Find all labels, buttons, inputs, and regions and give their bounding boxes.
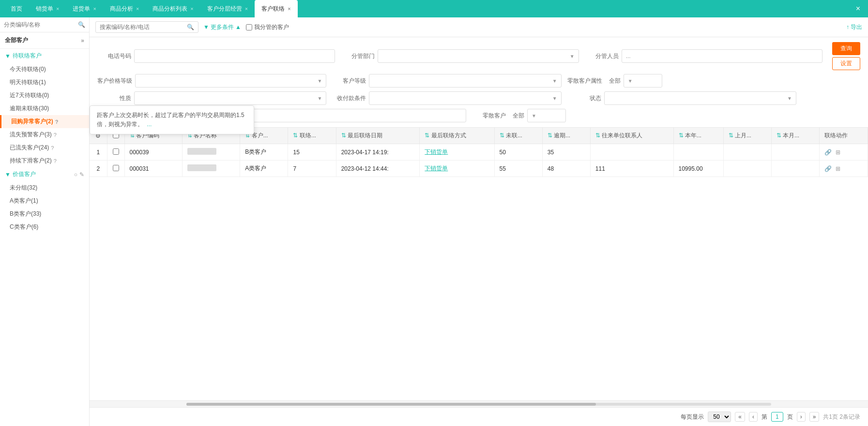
next-page-button[interactable]: ›	[797, 412, 806, 422]
repurchase-abnormal-label: 回购异常客户(2)	[11, 118, 53, 126]
more-conditions-button[interactable]: ▼ 更多条件 ▲	[203, 23, 241, 31]
col-last-contact-date[interactable]: ⇅ 最后联络日期	[336, 128, 420, 144]
sidebar-repurchase-abnormal[interactable]: 回购异常客户(2) ?	[0, 115, 89, 128]
row1-last-method[interactable]: 下销货单	[420, 144, 494, 161]
scroll-thumb[interactable]	[186, 403, 596, 406]
row2-action-grid-icon[interactable]: ⊞	[836, 165, 840, 172]
my-customers-checkbox[interactable]: 我分管的客户	[246, 23, 289, 31]
churned-help-icon: ?	[51, 145, 54, 151]
sort-icon9: ⇅	[595, 132, 600, 139]
nature-input[interactable]: ▼	[134, 91, 326, 105]
col-unlinked[interactable]: ⇅ 未联...	[494, 128, 542, 144]
col-contact-person[interactable]: ⇅ 往来单位联系人	[590, 128, 673, 144]
sidebar-b-customers[interactable]: B类客户(33)	[0, 207, 89, 220]
row2-check[interactable]	[113, 165, 119, 171]
setting-button[interactable]: 设置	[832, 57, 860, 70]
row2-last-method-value[interactable]: 下销货单	[425, 165, 448, 172]
phone-input[interactable]	[134, 49, 335, 63]
col-actions: 联络动作	[819, 128, 868, 144]
nav-product-analysis-close[interactable]: ×	[136, 6, 139, 12]
query-button[interactable]: 查询	[832, 42, 860, 55]
search-icon[interactable]: 🔍	[78, 21, 85, 28]
sidebar-churn-warning[interactable]: 流失预警客户(3) ?	[0, 128, 89, 141]
sidebar-7day-pending[interactable]: 近7天待联络(0)	[0, 89, 89, 102]
nav-sales[interactable]: 销货单 ×	[29, 0, 66, 17]
person-input[interactable]: ...	[622, 49, 822, 63]
prev-page-button[interactable]: ‹	[749, 412, 758, 422]
row2-last-method[interactable]: 下销货单	[420, 161, 494, 177]
customer-table: ⚙ ⇅ 客户编码 ⇅ 客户名称	[90, 128, 868, 177]
nav-product-analysis[interactable]: 商品分析 ×	[103, 0, 146, 17]
sidebar-a-customers[interactable]: A类客户(1)	[0, 194, 89, 207]
col-overdue[interactable]: ⇅ 逾期...	[542, 128, 590, 144]
nav-sales-close[interactable]: ×	[56, 6, 59, 12]
row2-code: 000031	[124, 161, 182, 177]
sidebar-overdue-pending[interactable]: 逾期未联络(30)	[0, 102, 89, 115]
col-last-month[interactable]: ⇅ 上月...	[723, 128, 771, 144]
horizontal-scrollbar[interactable]	[90, 400, 868, 407]
phone-label: 电话号码	[97, 52, 131, 60]
nav-customer-contact[interactable]: 客户联络 ×	[255, 0, 297, 17]
dept-input[interactable]: ▼	[378, 49, 579, 63]
per-page-select[interactable]: 50	[708, 411, 731, 422]
row1-check[interactable]	[113, 148, 119, 155]
sidebar-ungrouped[interactable]: 未分组(32)	[0, 181, 89, 194]
sort-icon6: ⇅	[425, 132, 429, 139]
nav-customer-contact-close[interactable]: ×	[288, 6, 290, 12]
row1-action-grid-icon[interactable]: ⊞	[836, 149, 840, 156]
nav-product-list[interactable]: 商品分析列表 ×	[146, 0, 200, 17]
scatter-attr-input[interactable]: ▼	[624, 74, 662, 88]
main-search-input[interactable]	[100, 24, 187, 30]
my-customers-check[interactable]	[246, 24, 252, 30]
value-circle-icon[interactable]: ○	[74, 171, 77, 178]
col-this-month[interactable]: ⇅ 本月...	[771, 128, 819, 144]
row2-overdue-value: 48	[548, 165, 554, 172]
scroll-track[interactable]	[186, 403, 771, 406]
nav-home[interactable]: 首页	[4, 0, 29, 17]
row2-action-link-icon[interactable]: 🔗	[824, 165, 832, 172]
customer-level-input[interactable]: ▼	[369, 74, 561, 88]
customer-level-label: 客户等级	[332, 77, 366, 85]
sidebar-pending-section[interactable]: ▼ 待联络客户	[0, 49, 89, 63]
tooltip-ellipsis[interactable]: ...	[147, 121, 152, 128]
row1-type-value: B类客户	[245, 148, 266, 155]
churn-warning-help-icon: ?	[54, 132, 57, 138]
col-this-year[interactable]: ⇅ 本年...	[673, 128, 723, 144]
sidebar-declining[interactable]: 持续下滑客户(2) ?	[0, 154, 89, 167]
overdue-pending-label: 逾期未联络(30)	[10, 105, 49, 112]
filter-bar: 🔍 ▼ 更多条件 ▲ 我分管的客户 ↑ 导出	[90, 17, 868, 37]
col-contact-count[interactable]: ⇅ 联络...	[288, 128, 336, 144]
sidebar-c-customers[interactable]: C类客户(6)	[0, 220, 89, 234]
row2-name-value	[187, 164, 216, 171]
last-page-button[interactable]: »	[809, 412, 820, 422]
sidebar-tomorrow-pending[interactable]: 明天待联络(1)	[0, 76, 89, 89]
sidebar-churned[interactable]: 已流失客户(24) ?	[0, 141, 89, 154]
sidebar-today-pending[interactable]: 今天待联络(0)	[0, 63, 89, 76]
sort-icon12: ⇅	[777, 132, 781, 139]
value-edit-icon[interactable]: ✎	[79, 171, 84, 178]
row1-type: B类客户	[240, 144, 288, 161]
sidebar-collapse-icon[interactable]: »	[81, 37, 84, 44]
row1-unlinked: 50	[494, 144, 542, 161]
nav-customer-tier-close[interactable]: ×	[245, 6, 248, 12]
scatter-customer-value-label: 全部	[513, 112, 524, 120]
col-last-contact-method[interactable]: ⇅ 最后联络方式	[420, 128, 494, 144]
row1-action-link-icon[interactable]: 🔗	[824, 149, 832, 156]
row1-overdue-value: 35	[548, 149, 554, 156]
payment-input[interactable]: ▼	[369, 91, 561, 105]
row1-last-method-value[interactable]: 下销货单	[425, 148, 448, 155]
main-search-icon[interactable]: 🔍	[187, 24, 194, 30]
row2-seq: 2	[90, 161, 107, 177]
nav-customer-tier[interactable]: 客户分层经营 ×	[200, 0, 255, 17]
sidebar-value-section[interactable]: ▼ 价值客户 ○ ✎	[0, 167, 89, 181]
sidebar-search-input[interactable]	[4, 21, 78, 28]
export-button[interactable]: ↑ 导出	[846, 23, 862, 31]
status-input[interactable]: ▼	[604, 91, 796, 105]
scatter-customer-input[interactable]: ▼	[527, 109, 566, 122]
nav-purchase[interactable]: 进货单 ×	[66, 0, 103, 17]
price-level-input[interactable]: ▼	[135, 74, 326, 88]
window-close-button[interactable]: ×	[856, 4, 860, 13]
nav-purchase-close[interactable]: ×	[93, 6, 96, 12]
nav-product-list-close[interactable]: ×	[190, 6, 193, 12]
first-page-button[interactable]: «	[735, 412, 745, 422]
